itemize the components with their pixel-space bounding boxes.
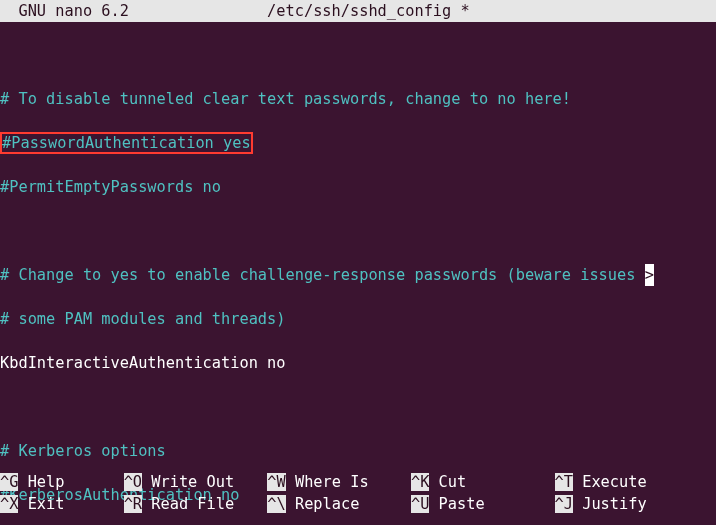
text-line: KbdInteractiveAuthentication no bbox=[0, 352, 716, 374]
text-line: # To disable tunneled clear text passwor… bbox=[0, 88, 716, 110]
shortcut-key[interactable]: ^O bbox=[124, 473, 142, 491]
shortcut-label: Help bbox=[28, 471, 124, 493]
shortcut-label: Cut bbox=[439, 471, 555, 493]
shortcut-label: Write Out bbox=[151, 471, 267, 493]
titlebar: GNU nano 6.2 /etc/ssh/sshd_config * bbox=[0, 0, 716, 22]
shortcut-key[interactable]: ^W bbox=[267, 473, 285, 491]
text-line: #PermitEmptyPasswords no bbox=[0, 176, 716, 198]
text-line bbox=[0, 220, 716, 242]
text-line bbox=[0, 44, 716, 66]
shortcut-key[interactable]: ^K bbox=[411, 473, 429, 491]
shortcut-label: Read File bbox=[151, 493, 267, 515]
line-overflow-indicator: > bbox=[645, 264, 654, 286]
shortcut-bar: ^G Help^O Write Out^W Where Is^K Cut^T E… bbox=[0, 471, 716, 515]
shortcut-label: Paste bbox=[439, 493, 555, 515]
shortcut-label: Where Is bbox=[295, 471, 411, 493]
app-title: GNU nano 6.2 bbox=[0, 2, 129, 20]
text-line: #PasswordAuthentication yes bbox=[0, 132, 716, 154]
shortcut-row: ^X Exit^R Read File^\ Replace^U Paste^J … bbox=[0, 493, 716, 515]
editor-area[interactable]: # To disable tunneled clear text passwor… bbox=[0, 22, 716, 525]
text-line bbox=[0, 396, 716, 418]
text-line: # some PAM modules and threads) bbox=[0, 308, 716, 330]
shortcut-label: Exit bbox=[28, 493, 124, 515]
highlighted-config-line: #PasswordAuthentication yes bbox=[0, 132, 253, 154]
shortcut-key[interactable]: ^J bbox=[555, 495, 573, 513]
shortcut-key[interactable]: ^X bbox=[0, 495, 18, 513]
shortcut-label: Replace bbox=[295, 493, 411, 515]
shortcut-key[interactable]: ^G bbox=[0, 473, 18, 491]
shortcut-key[interactable]: ^R bbox=[124, 495, 142, 513]
shortcut-key[interactable]: ^\ bbox=[267, 495, 285, 513]
shortcut-label: Execute bbox=[582, 473, 646, 491]
text-line: # Kerberos options bbox=[0, 440, 716, 462]
text-line: # Change to yes to enable challenge-resp… bbox=[0, 264, 716, 286]
shortcut-label: Justify bbox=[582, 495, 646, 513]
shortcut-key[interactable]: ^U bbox=[411, 495, 429, 513]
shortcut-row: ^G Help^O Write Out^W Where Is^K Cut^T E… bbox=[0, 471, 716, 493]
file-path: /etc/ssh/sshd_config * bbox=[267, 2, 470, 20]
shortcut-key[interactable]: ^T bbox=[555, 473, 573, 491]
